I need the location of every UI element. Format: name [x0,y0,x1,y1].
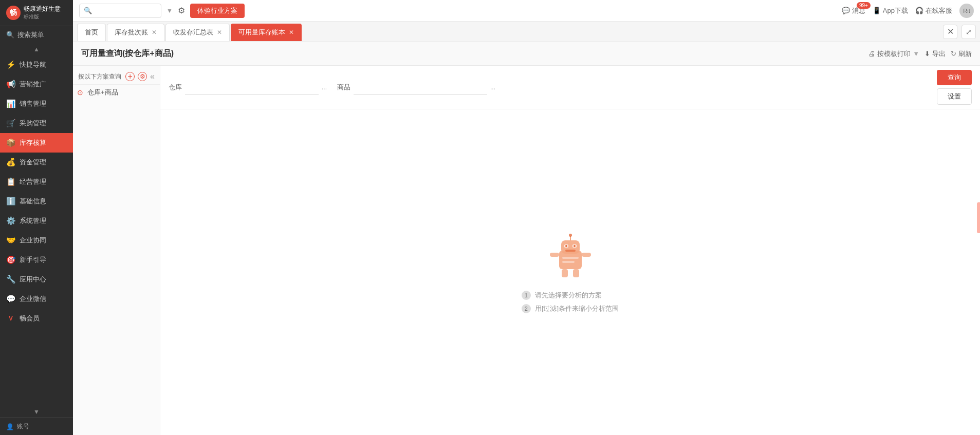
scheme-item-warehouse-product[interactable]: ⊙ 仓库+商品 [73,85,160,100]
username-label: Rit [963,8,970,14]
sidebar-item-label: 采购管理 [20,119,46,128]
member-icon: V [6,314,15,323]
search-icon: 🔍 [6,31,14,39]
add-scheme-btn[interactable]: + [125,72,135,81]
sidebar-item-system[interactable]: ⚙️ 系统管理 [0,211,73,231]
product-filter-field: 商品 ... [337,80,495,94]
sidebar-item-member[interactable]: V 畅会员 [0,309,73,328]
basic-icon: ℹ️ [6,197,15,206]
page-header: 可用量查询(按仓库+商品) 🖨 按模板打印 ▼ ⬇ 导出 ↻ 刷新 [73,42,980,66]
tab-collection-summary[interactable]: 收发存汇总表 ✕ [165,24,230,41]
search-input[interactable] [94,7,156,14]
empty-state-tips: 1 请先选择要分析的方案 2 用[过滤]条件来缩小分析范围 [522,291,619,313]
sidebar-item-shortcut[interactable]: ⚡ 快捷导航 [0,55,73,74]
shortcut-icon: ⚡ [6,60,15,69]
sidebar-item-marketing[interactable]: 📢 营销推广 [0,74,73,94]
wechat-icon: 💬 [6,294,15,304]
product-more-btn[interactable]: ... [490,84,495,91]
tab-available-ledger[interactable]: 可用量库存账本 ✕ [231,24,302,41]
query-btn[interactable]: 查询 [937,70,972,85]
service-icon: 🎧 [915,7,923,14]
empty-state: 1 请先选择要分析的方案 2 用[过滤]条件来缩小分析范围 [160,109,980,435]
appstore-icon: 🔧 [6,275,15,284]
scheme-item-icon: ⊙ [77,88,83,97]
tab-home[interactable]: 首页 [77,24,106,41]
sidebar-item-label: 快捷导航 [20,60,46,69]
online-service-label: 在线客服 [926,6,952,15]
sidebar-item-newbie[interactable]: 🎯 新手引导 [0,250,73,270]
collapse-arrow-icon[interactable]: « [150,72,155,81]
user-avatar[interactable]: Rit [959,4,974,18]
sidebar-item-inventory[interactable]: 📦 库存核算 [0,133,73,153]
page-content: 可用量查询(按仓库+商品) 🖨 按模板打印 ▼ ⬇ 导出 ↻ 刷新 [73,42,980,435]
settings-scheme-btn[interactable]: ⚙ [138,72,147,81]
svg-rect-6 [565,250,576,252]
svg-rect-14 [562,261,575,263]
sidebar-item-wechat[interactable]: 💬 企业微信 [0,289,73,309]
export-label: 导出 [932,49,946,59]
sidebar-item-operation[interactable]: 📋 经营管理 [0,172,73,192]
warehouse-label: 仓库 [169,83,182,92]
content-body: 按以下方案查询 + ⚙ « ⊙ 仓库+商品 仓库 [73,66,980,435]
sidebar-item-label: 经营管理 [20,177,46,186]
scroll-down-btn[interactable]: ▼ [0,406,73,418]
logo-sub: 标准版 [24,13,61,21]
search-menu[interactable]: 🔍 搜索菜单 [0,26,73,44]
sidebar-footer: 👤 账号 [0,418,73,435]
warehouse-input[interactable] [185,80,319,94]
topbar-right: 💬 消息 99+ 📱 App下载 🎧 在线客服 Rit [842,4,974,18]
close-tab-btn[interactable]: ✕ [943,25,957,39]
filter-row: 仓库 ... 商品 ... 查询 [160,66,980,109]
print-btn[interactable]: 🖨 按模板打印 ▼ [868,49,919,59]
scroll-up-btn[interactable]: ▲ [0,44,73,55]
sidebar-item-label: 畅会员 [20,314,40,323]
tab-available-ledger-close-icon[interactable]: ✕ [289,29,294,36]
svg-rect-9 [550,253,559,257]
settings-gear-icon[interactable]: ⚙ [178,6,185,15]
product-input[interactable] [354,80,487,94]
tab-batch-account-close-icon[interactable]: ✕ [152,29,157,36]
sidebar: 畅 畅康通好生意 标准版 🔍 搜索菜单 ▲ ⚡ 快捷导航 📢 营销推广 📊 销售… [0,0,73,435]
sidebar-item-appstore[interactable]: 🔧 应用中心 [0,270,73,289]
expand-btn[interactable]: ⤢ [961,25,976,39]
sidebar-item-enterprise[interactable]: 🤝 企业协同 [0,231,73,250]
sidebar-item-finance[interactable]: 💰 资金管理 [0,153,73,172]
svg-rect-5 [574,245,576,247]
app-download-btn[interactable]: 📱 App下载 [873,6,908,15]
settings-btn[interactable]: 设置 [937,88,972,105]
empty-state-illustration [545,231,596,282]
dropdown-arrow-icon[interactable]: ▼ [167,7,173,14]
warehouse-more-btn[interactable]: ... [322,84,327,91]
export-btn[interactable]: ⬇ 导出 [924,49,946,59]
online-service-btn[interactable]: 🎧 在线客服 [915,6,952,15]
sidebar-header: 畅 畅康通好生意 标准版 [0,0,73,26]
scheme-title: 按以下方案查询 [78,72,122,81]
sidebar-item-label: 系统管理 [20,216,46,225]
query-actions: 查询 设置 [937,70,972,105]
sidebar-item-purchase[interactable]: 🛒 采购管理 [0,114,73,133]
warehouse-filter-field: 仓库 ... [169,80,327,94]
svg-rect-1 [561,240,580,254]
industry-btn[interactable]: 体验行业方案 [190,4,245,18]
svg-rect-10 [582,253,591,257]
svg-rect-4 [565,245,567,247]
app-icon: 📱 [873,7,881,14]
sidebar-item-basic[interactable]: ℹ️ 基础信息 [0,192,73,211]
page-header-actions: 🖨 按模板打印 ▼ ⬇ 导出 ↻ 刷新 [868,49,972,59]
sidebar-item-sales[interactable]: 📊 销售管理 [0,94,73,114]
message-btn[interactable]: 💬 消息 99+ [842,6,865,15]
footer-icon: 👤 [6,423,14,430]
scheme-panel-header: 按以下方案查询 + ⚙ « [73,69,160,85]
tab-collection-summary-close-icon[interactable]: ✕ [217,29,222,36]
search-box[interactable]: 🔍 [79,4,161,18]
sidebar-item-label: 新手引导 [20,255,46,264]
print-dropdown-icon[interactable]: ▼ [913,50,919,58]
right-scroll-indicator [977,202,980,233]
footer-text: 账号 [17,422,29,431]
search-label: 搜索菜单 [17,30,44,40]
message-icon: 💬 [842,7,850,14]
scheme-item-label: 仓库+商品 [87,88,118,97]
refresh-btn[interactable]: ↻ 刷新 [951,49,972,59]
topbar: 🔍 ▼ ⚙ 体验行业方案 💬 消息 99+ 📱 App下载 🎧 在线客服 Rit [73,0,980,22]
tab-batch-account[interactable]: 库存批次账 ✕ [107,24,164,41]
